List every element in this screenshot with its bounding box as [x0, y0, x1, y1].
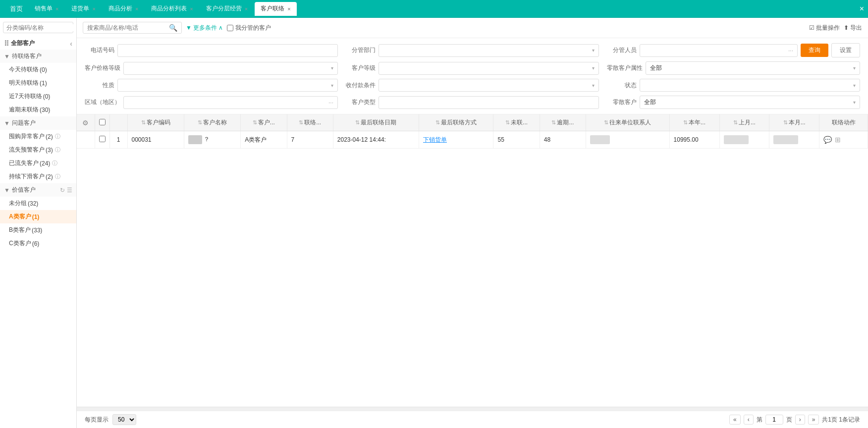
filter-dept-select[interactable]: ▾ — [379, 44, 599, 57]
filter-manager-select[interactable]: ··· — [640, 44, 798, 57]
ellipsis-icon: ··· — [788, 47, 793, 54]
export-icon: ⬆ — [844, 24, 849, 31]
first-page-btn[interactable]: « — [729, 415, 741, 425]
this-year-col-header[interactable]: ⇅本年... — [669, 114, 719, 131]
filter-status-select[interactable]: ▾ — [640, 79, 860, 92]
overdue-col-header[interactable]: ⇅逾期... — [540, 114, 586, 131]
sidebar-item-declining[interactable]: 持续下滑客户 (2) ⓘ — [0, 170, 76, 183]
section-problem-customers[interactable]: ▼ 问题客户 — [0, 116, 76, 130]
filter-customer-type-input[interactable] — [379, 96, 599, 109]
next-page-btn[interactable]: › — [795, 415, 805, 425]
last-method-col-header[interactable]: ⇅最后联络方式 — [419, 114, 493, 131]
sort-icon-8: ⇅ — [551, 119, 556, 125]
query-button[interactable]: 查询 — [801, 44, 828, 57]
nav-tab-analysis-list[interactable]: 商品分析列表 × — [145, 2, 199, 16]
more-filters-btn[interactable]: ▼ 更多条件 ∧ — [186, 24, 223, 32]
batch-op-btn[interactable]: ☑ 批量操作 — [809, 24, 840, 32]
last-date-col-header[interactable]: ⇅最后联络日期 — [333, 114, 419, 131]
close-tab-purchase[interactable]: × — [92, 6, 95, 12]
contact-col-header[interactable]: ⇅联络... — [287, 114, 333, 131]
filter-price-level-select[interactable]: ▾ — [123, 62, 338, 75]
settings-col-icon[interactable]: ⚙ — [82, 119, 89, 127]
uncontacted-col-header[interactable]: ⇅未联... — [493, 114, 540, 131]
sidebar-item-c-class[interactable]: C类客户 (6) — [0, 237, 76, 250]
filter-payment-select[interactable]: ▾ — [379, 79, 599, 92]
chevron-down-icon-7: ▾ — [853, 83, 856, 88]
sort-icon-9: ⇅ — [604, 119, 608, 125]
last-page-btn[interactable]: » — [808, 415, 819, 425]
page-size-select[interactable]: 50 — [112, 414, 136, 425]
filter-scatter-attr: 零散客户属性 全部 ▾ — [607, 61, 860, 75]
nav-tab-analysis[interactable]: 商品分析 × — [103, 2, 144, 16]
settings-button[interactable]: 设置 — [831, 43, 860, 57]
sidebar-item-hoarding[interactable]: 囤购异常客户 (2) ⓘ — [0, 130, 76, 143]
table-header-row: ⚙ ⇅客户编码 ⇅客户名称 ⇅客户... ⇅联络... ⇅最后联络日期 ⇅最后联… — [77, 114, 868, 131]
filter-customer-level-select[interactable]: ▾ — [379, 62, 599, 75]
filter-manager: 分管人员 ··· 查询 设置 — [607, 43, 860, 57]
arrow-down-icon: ▼ — [4, 53, 10, 60]
pagination-left: 每页显示 50 — [85, 414, 136, 425]
horizontal-scrollbar[interactable] — [77, 407, 868, 411]
add-group-icon[interactable]: ☰ — [67, 187, 72, 194]
sidebar-search-input[interactable] — [6, 24, 77, 31]
close-tab-analysis[interactable]: × — [135, 6, 138, 12]
close-tab-customer-contact[interactable]: × — [287, 6, 290, 12]
chat-icon[interactable]: 💬 — [823, 136, 832, 144]
sidebar-item-today[interactable]: 今天待联络 (0) — [0, 63, 76, 76]
nav-tab-purchase[interactable]: 进货单 × — [65, 2, 101, 16]
contact2-color-block — [590, 135, 610, 144]
sidebar-item-a-class[interactable]: A类客户 (1) — [0, 210, 76, 223]
chevron-down-icon-6: ▾ — [592, 83, 595, 88]
row-last-method[interactable]: 下销货单 — [419, 131, 493, 149]
filter-customer-type: 客户类型 — [346, 96, 599, 109]
sort-icon-6: ⇅ — [435, 119, 440, 125]
nav-home[interactable]: 首页 — [4, 4, 29, 13]
section-value-customers[interactable]: ▼ 价值客户 ↻ ☰ — [0, 183, 76, 197]
all-customers-header[interactable]: ⠿ 全部客户 ‹ — [0, 37, 76, 50]
nav-tab-sales[interactable]: 销售单 × — [29, 2, 64, 16]
filter-scatter-attr-select[interactable]: 全部 ▾ — [646, 61, 860, 75]
my-customer-checkbox[interactable] — [227, 25, 233, 31]
filter-nature-select[interactable]: ▾ — [117, 79, 338, 92]
sidebar-item-tomorrow[interactable]: 明天待联络 (1) — [0, 76, 76, 90]
refresh-icon[interactable]: ↻ — [60, 187, 65, 194]
close-tab-customer-segment[interactable]: × — [245, 6, 248, 12]
sidebar-item-7days[interactable]: 近7天待联络 (0) — [0, 90, 76, 103]
row-checkbox[interactable] — [99, 136, 106, 142]
close-tab-analysis-list[interactable]: × — [190, 6, 193, 12]
nav-tab-customer-contact[interactable]: 客户联络 × — [255, 2, 296, 16]
settings-col-header[interactable]: ⚙ — [77, 114, 95, 131]
search-input[interactable] — [87, 24, 169, 31]
select-all-checkbox[interactable] — [99, 119, 106, 125]
last-month-col-header[interactable]: ⇅上月... — [719, 114, 769, 131]
sidebar-item-unclassified[interactable]: 未分组 (32) — [0, 197, 76, 210]
sidebar-item-churn-warning[interactable]: 流失预警客户 (3) ⓘ — [0, 143, 76, 157]
filter-scatter-select[interactable]: 全部 ▾ — [640, 96, 860, 109]
page-input[interactable] — [765, 415, 783, 425]
name-col-header[interactable]: ⇅客户名称 — [184, 114, 240, 131]
section-pending-contact[interactable]: ▼ 待联络客户 — [0, 50, 76, 63]
collapse-icon[interactable]: ‹ — [70, 40, 72, 48]
qr-icon[interactable]: ⊞ — [835, 136, 841, 144]
row-this-year: 10995.00 — [669, 131, 719, 149]
sidebar-item-overdue[interactable]: 逾期未联络 (30) — [0, 103, 76, 116]
row-contact: 7 — [287, 131, 333, 149]
prev-page-btn[interactable]: ‹ — [744, 415, 754, 425]
index-col-header — [109, 114, 127, 131]
sidebar-item-b-class[interactable]: B类客户 (33) — [0, 223, 76, 237]
nav-tab-customer-segment[interactable]: 客户分层经营 × — [200, 2, 254, 16]
sidebar-item-churned[interactable]: 已流失客户 (24) ⓘ — [0, 157, 76, 170]
export-btn[interactable]: ⬆ 导出 — [844, 24, 862, 32]
code-col-header[interactable]: ⇅客户编码 — [127, 114, 184, 131]
search-submit-icon[interactable]: 🔍 — [169, 24, 177, 32]
close-all-tabs[interactable]: × — [860, 4, 864, 13]
type-col-header[interactable]: ⇅客户... — [241, 114, 287, 131]
contact2-col-header[interactable]: ⇅往来单位联系人 — [586, 114, 670, 131]
row-overdue: 48 — [540, 131, 586, 149]
my-customer-checkbox-label[interactable]: 我分管的客户 — [227, 24, 271, 32]
filter-phone-input[interactable] — [117, 44, 338, 57]
last-method-link[interactable]: 下销货单 — [423, 136, 447, 143]
this-month-col-header[interactable]: ⇅本月... — [769, 114, 819, 131]
filter-region-select[interactable]: ··· — [123, 96, 338, 109]
close-tab-sales[interactable]: × — [55, 6, 58, 12]
